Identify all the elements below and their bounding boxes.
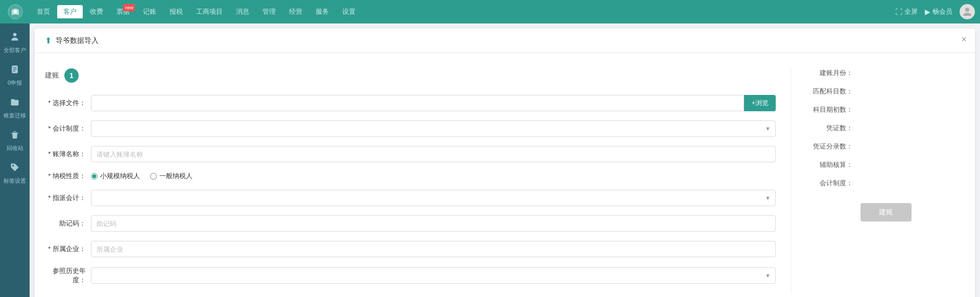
- voucher-count-label: 凭证数：: [807, 123, 858, 133]
- file-row: * 选择文件： +浏览: [45, 95, 776, 111]
- document-icon: [10, 64, 20, 77]
- nav-item-home[interactable]: 首页: [31, 5, 56, 18]
- radio-small-taxpayer[interactable]: 小规模纳税人: [91, 171, 140, 181]
- voucher-entries-row: 凭证分录数：: [807, 142, 965, 151]
- dialog-title: 导爷数据导入: [56, 36, 99, 45]
- sidebar-item-migration[interactable]: 账套迁移: [0, 93, 30, 123]
- reference-year-select-wrapper: ▼: [91, 267, 776, 284]
- close-button[interactable]: ×: [961, 35, 967, 44]
- aux-accounting-label: 辅助核算：: [807, 160, 858, 169]
- tax-type-row: * 纳税性质： 小规模纳税人 一般纳税人: [45, 171, 776, 181]
- nav-logo: [5, 2, 26, 22]
- nav-items: 首页 客户 收费 票据 new 记账 报税 工商项目 消息 管理 经营 服务 设…: [31, 5, 895, 18]
- dialog-header: ⬆ 导爷数据导入 ×: [35, 29, 975, 53]
- assign-accountant-select[interactable]: [91, 190, 776, 206]
- people-icon: [10, 32, 20, 44]
- main-layout: 全部客户 0申报 账套迁移: [0, 23, 980, 297]
- reference-year-label: 参照历史年度：: [45, 266, 91, 285]
- file-input[interactable]: [91, 95, 744, 111]
- sidebar-item-recycle[interactable]: 回收站: [0, 126, 30, 156]
- ledger-name-row: * 账簿名称：: [45, 146, 776, 162]
- reference-year-row: 参照历史年度： ▼: [45, 266, 776, 285]
- svg-point-9: [12, 165, 14, 166]
- svg-point-3: [13, 33, 17, 37]
- subject-init-label: 科目期初数：: [807, 105, 858, 114]
- sidebar-label-migration: 账套迁移: [4, 112, 26, 119]
- assign-accountant-row: * 指派会计： ▼: [45, 190, 776, 206]
- nav-right: ⛶ 全屏 ▶ 畅会员: [895, 4, 975, 19]
- step-circle: 1: [64, 68, 79, 83]
- build-account-section: 建账 1: [45, 68, 776, 83]
- new-badge: new: [123, 4, 135, 11]
- build-month-label: 建账月份：: [807, 68, 858, 78]
- memo-code-row: 助记码：: [45, 215, 776, 232]
- nav-item-bookkeeping[interactable]: 记账: [137, 5, 162, 18]
- build-month-row: 建账月份：: [807, 68, 965, 78]
- match-subjects-row: 匹配科目数：: [807, 87, 965, 96]
- trash-icon: [10, 130, 20, 142]
- dialog-body: 建账 1 * 选择文件： +浏览: [35, 53, 975, 297]
- match-subjects-label: 匹配科目数：: [807, 87, 858, 96]
- nav-item-customer[interactable]: 客户: [57, 5, 83, 18]
- sidebar-item-all-customers[interactable]: 全部客户: [0, 28, 30, 58]
- nav-item-fee[interactable]: 收费: [84, 5, 109, 18]
- voucher-entries-label: 凭证分录数：: [807, 142, 858, 151]
- avatar[interactable]: [960, 4, 975, 19]
- nav-item-invoice[interactable]: 票据 new: [110, 5, 136, 18]
- tax-type-label: * 纳税性质：: [45, 171, 91, 181]
- voucher-count-row: 凭证数：: [807, 123, 965, 133]
- ledger-name-label: * 账簿名称：: [45, 150, 91, 159]
- belong-enterprise-label: * 所属企业：: [45, 244, 91, 254]
- belong-enterprise-row: * 所属企业：: [45, 241, 776, 257]
- sidebar: 全部客户 0申报 账套迁移: [0, 23, 30, 297]
- right-accounting-system-label: 会计制度：: [807, 179, 858, 188]
- dialog-card: ⬆ 导爷数据导入 × 建账 1 * 选择文件：: [35, 29, 975, 297]
- svg-point-1: [13, 10, 17, 13]
- file-input-group: +浏览: [91, 95, 776, 111]
- nav-item-service[interactable]: 服务: [309, 5, 335, 18]
- assign-accountant-select-wrapper: ▼: [91, 190, 776, 206]
- file-label: * 选择文件：: [45, 98, 91, 108]
- sidebar-item-tags[interactable]: 标签设置: [0, 158, 30, 189]
- content-area: ⬆ 导爷数据导入 × 建账 1 * 选择文件：: [30, 23, 980, 297]
- belong-enterprise-input[interactable]: [91, 241, 776, 257]
- sidebar-label-declaration: 0申报: [8, 79, 22, 87]
- sidebar-label-tags: 标签设置: [4, 177, 26, 185]
- subject-init-row: 科目期初数：: [807, 105, 965, 114]
- accounting-system-select[interactable]: [91, 120, 776, 137]
- sidebar-label-all-customers: 全部客户: [4, 46, 26, 54]
- memo-code-label: 助记码：: [45, 219, 91, 228]
- nav-item-settings[interactable]: 设置: [336, 5, 362, 18]
- aux-accounting-row: 辅助核算：: [807, 160, 965, 169]
- build-account-text: 建账: [45, 71, 59, 80]
- ledger-name-input[interactable]: [91, 146, 776, 162]
- accounting-system-select-wrapper: ▼: [91, 120, 776, 137]
- browse-button[interactable]: +浏览: [744, 95, 776, 111]
- form-section-right: 建账月份： 匹配科目数： 科目期初数： 凭证数：: [791, 68, 965, 294]
- fullscreen-icon: ⛶: [895, 8, 902, 16]
- tax-radio-group: 小规模纳税人 一般纳税人: [91, 171, 776, 181]
- sidebar-label-recycle: 回收站: [7, 144, 23, 152]
- assign-accountant-label: * 指派会计：: [45, 193, 91, 203]
- radio-general-taxpayer[interactable]: 一般纳税人: [150, 171, 193, 181]
- memo-code-input[interactable]: [91, 215, 776, 232]
- nav-item-business[interactable]: 工商项目: [190, 5, 229, 18]
- build-account-button[interactable]: 建账: [861, 203, 912, 221]
- accounting-system-label: * 会计制度：: [45, 124, 91, 133]
- nav-item-operation[interactable]: 经营: [283, 5, 308, 18]
- svg-point-2: [965, 8, 969, 12]
- tag-icon: [10, 162, 20, 175]
- sidebar-item-declaration[interactable]: 0申报: [0, 60, 30, 91]
- member-button[interactable]: ▶ 畅会员: [925, 7, 952, 16]
- nav-item-manage[interactable]: 管理: [256, 5, 282, 18]
- fullscreen-button[interactable]: ⛶ 全屏: [895, 7, 918, 16]
- play-icon: ▶: [925, 8, 930, 16]
- form-section-left: 建账 1 * 选择文件： +浏览: [45, 68, 791, 294]
- top-nav: 首页 客户 收费 票据 new 记账 报税 工商项目 消息 管理 经营 服务 设…: [0, 0, 980, 23]
- right-accounting-system-row: 会计制度：: [807, 179, 965, 188]
- accounting-system-row: * 会计制度： ▼: [45, 120, 776, 137]
- nav-item-message[interactable]: 消息: [230, 5, 255, 18]
- import-icon: ⬆: [45, 36, 52, 45]
- nav-item-tax[interactable]: 报税: [163, 5, 189, 18]
- reference-year-select[interactable]: [91, 267, 776, 284]
